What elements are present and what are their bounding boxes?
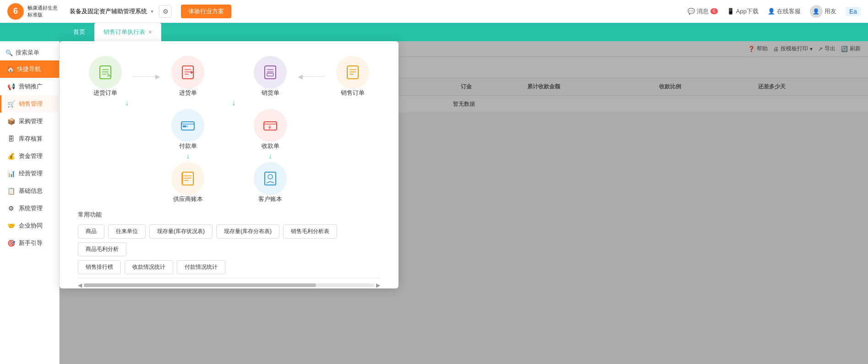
content-area: ❓ 帮助 🖨 按模板打印 ▾ ↗ 导出 🔄 刷新 yyyy-mm-dd 📅 xyxy=(60,41,868,364)
down-arrow-payment: ↓ xyxy=(160,152,215,160)
func-btn-sales-ranking[interactable]: 销售排行榜 xyxy=(78,260,121,274)
func-btn-receipt-stats[interactable]: 收款情况统计 xyxy=(125,260,173,274)
sales-icon: 🛒 xyxy=(7,100,15,108)
purchase-bill-circle[interactable] xyxy=(171,56,204,89)
customer-ledger-circle[interactable] xyxy=(254,162,287,195)
nav-tabs: 首页 销售订单执行表 ✕ xyxy=(0,23,868,41)
sidebar-item-operations[interactable]: 📊 经营管理 xyxy=(0,165,59,182)
enterprise-icon: 🤝 xyxy=(7,222,15,230)
sidebar-item-newbie[interactable]: 🎯 新手引导 xyxy=(0,234,59,252)
service-icon: 👤 xyxy=(768,8,775,15)
down-arrow-sales: ↓ xyxy=(194,99,273,107)
flow-sales-bill[interactable]: 销货单 xyxy=(243,56,298,97)
flow-down-arrows-row: ↓ ↓ xyxy=(78,99,380,107)
scroll-right-arrow[interactable]: ▶ xyxy=(376,282,380,288)
user-area[interactable]: 👤 用友 xyxy=(810,5,836,18)
app-title: 装备及固定资产辅助管理系统 ▾ ⚙ 体验行业方案 xyxy=(62,5,688,18)
operations-icon: 📊 xyxy=(7,169,15,178)
svg-text:¥: ¥ xyxy=(187,125,188,128)
receipt-bill-circle[interactable]: ¥ xyxy=(254,109,287,142)
sidebar-item-base-info[interactable]: 📋 基础信息 xyxy=(0,182,59,200)
func-btn-goods-profit-analysis[interactable]: 商品毛利分析 xyxy=(78,242,126,256)
popup-scrollbar[interactable]: ◀ ▶ xyxy=(78,278,380,288)
scroll-left-arrow[interactable]: ◀ xyxy=(78,282,82,288)
marketing-icon: 📢 xyxy=(7,82,15,91)
common-functions-section: 常用功能 商品 往来单位 现存量(库存状况表) 现存量(库存分布表) 销售毛利分… xyxy=(78,211,380,274)
home-tab-label: 首页 xyxy=(73,28,85,36)
func-btn-stock-status[interactable]: 现存量(库存状况表) xyxy=(149,224,213,239)
tab-label: 销售订单执行表 xyxy=(104,28,145,36)
tab-close-icon[interactable]: ✕ xyxy=(148,29,152,35)
main-layout: 🔍 搜索菜单 🏠 快捷导航 📢 营销推广 🛒 销售管理 📦 采购管理 🗄 库存核… xyxy=(0,41,868,364)
svg-rect-11 xyxy=(267,73,273,76)
payment-bill-circle[interactable]: ¥ xyxy=(171,109,204,142)
sidebar-item-quick-nav[interactable]: 🏠 快捷导航 xyxy=(0,60,59,78)
settings-gear-button[interactable]: ⚙ xyxy=(159,5,172,18)
flow-row-2: ¥ 付款单 ¥ 收款单 xyxy=(78,109,380,150)
flow-down-arrows-row2: ↓ ↓ xyxy=(78,152,380,160)
receipt-bill-label: 收款单 xyxy=(262,142,279,150)
flow-row-3: 供应商账本 客户账本 xyxy=(78,162,380,203)
func-btn-counterparty[interactable]: 往来单位 xyxy=(108,224,146,239)
sidebar-item-purchase[interactable]: 📦 采购管理 xyxy=(0,113,59,130)
system-title-text: 装备及固定资产辅助管理系统 xyxy=(70,7,147,16)
title-arrow-icon[interactable]: ▾ xyxy=(151,8,153,15)
customer-ledger-label: 客户账本 xyxy=(258,195,282,203)
down-arrow-purchase: ↓ xyxy=(78,99,166,107)
message-button[interactable]: 💬 消息 6 xyxy=(688,7,718,16)
purchase-order-label: 进货订单 xyxy=(93,89,117,97)
logo-icon: 6 xyxy=(7,3,24,20)
arrow-po-to-pb: ▶ xyxy=(133,73,160,80)
supplier-ledger-label: 供应商账本 xyxy=(173,195,203,203)
ea-badge: Ea xyxy=(846,7,861,16)
purchase-order-circle[interactable] xyxy=(89,56,122,89)
flow-supplier-ledger[interactable]: 供应商账本 xyxy=(160,162,215,203)
sales-order-label: 销售订单 xyxy=(341,89,365,97)
flow-sales-order[interactable]: 销售订单 xyxy=(325,56,380,97)
tab-home[interactable]: 首页 xyxy=(64,23,94,41)
sidebar-item-finance[interactable]: 💰 资金管理 xyxy=(0,147,59,165)
online-service-button[interactable]: 👤 在线客服 xyxy=(768,7,801,16)
flow-purchase-order[interactable]: 进货订单 xyxy=(78,56,133,97)
svg-rect-0 xyxy=(100,66,111,79)
sidebar-item-inventory[interactable]: 🗄 库存核算 xyxy=(0,130,59,147)
sales-bill-circle[interactable] xyxy=(254,56,287,89)
sidebar-item-enterprise[interactable]: 🤝 企业协同 xyxy=(0,217,59,234)
scrollbar-thumb xyxy=(84,283,316,287)
sidebar-search[interactable]: 🔍 搜索菜单 xyxy=(0,45,59,60)
user-avatar: 👤 xyxy=(810,5,823,18)
inventory-icon: 🗄 xyxy=(7,135,15,143)
sales-order-circle[interactable] xyxy=(336,56,369,89)
message-badge: 6 xyxy=(710,8,718,14)
flow-payment-bill[interactable]: ¥ 付款单 xyxy=(160,109,215,150)
func-btn-payment-stats[interactable]: 付款情况统计 xyxy=(177,260,225,274)
svg-rect-8 xyxy=(265,66,276,79)
func-btn-sales-profit-analysis[interactable]: 销售毛利分析表 xyxy=(283,224,337,239)
sidebar-item-system[interactable]: ⚙ 系统管理 xyxy=(0,200,59,217)
tab-sales-order-execution[interactable]: 销售订单执行表 ✕ xyxy=(94,23,161,41)
flow-customer-ledger[interactable]: 客户账本 xyxy=(243,162,298,203)
sidebar: 🔍 搜索菜单 🏠 快捷导航 📢 营销推广 🛒 销售管理 📦 采购管理 🗄 库存核… xyxy=(0,41,60,364)
svg-point-29 xyxy=(268,174,273,179)
sales-bill-label: 销货单 xyxy=(262,89,279,97)
down-arrow-receipt: ↓ xyxy=(243,152,298,160)
sidebar-item-sales[interactable]: 🛒 销售管理 xyxy=(0,95,59,113)
app-download-button[interactable]: 📱 App下载 xyxy=(727,7,759,16)
scrollbar-track[interactable] xyxy=(84,283,374,287)
top-header: 6 畅康通好生意 标准版 装备及固定资产辅助管理系统 ▾ ⚙ 体验行业方案 💬 … xyxy=(0,0,868,23)
purchase-bill-label: 进货单 xyxy=(179,89,197,97)
payment-bill-label: 付款单 xyxy=(179,142,197,150)
flow-receipt-bill[interactable]: ¥ 收款单 xyxy=(243,109,298,150)
supplier-ledger-circle[interactable] xyxy=(171,162,204,195)
finance-icon: 💰 xyxy=(7,152,15,160)
func-btn-goods[interactable]: 商品 xyxy=(78,224,104,239)
trial-button[interactable]: 体验行业方案 xyxy=(181,5,231,18)
svg-rect-23 xyxy=(182,172,193,185)
func-btn-stock-dist[interactable]: 现存量(库存分布表) xyxy=(216,224,279,239)
quicknav-icon: 🏠 xyxy=(7,66,14,73)
flow-purchase-bill[interactable]: 进货单 xyxy=(160,56,215,97)
base-info-icon: 📋 xyxy=(7,187,15,195)
popup-overlay[interactable]: 进货订单 ▶ 进货单 xyxy=(60,41,868,364)
logo-text: 畅康通好生意 标准版 xyxy=(27,5,58,18)
sidebar-item-marketing[interactable]: 📢 营销推广 xyxy=(0,78,59,95)
